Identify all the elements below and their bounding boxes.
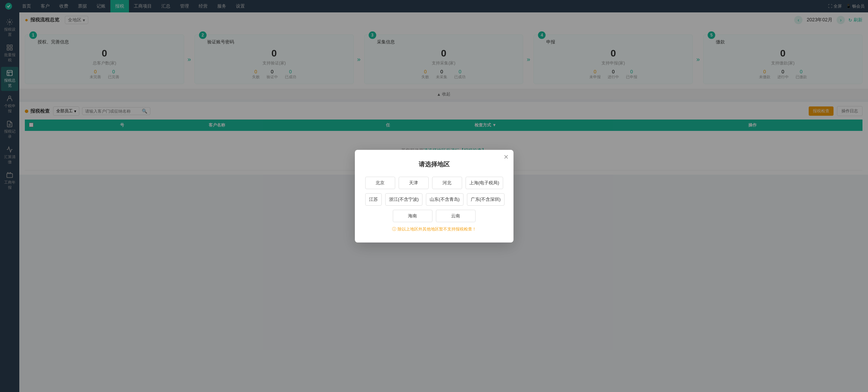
region-grid-row2: 江苏 浙江(不含宁波) 山东(不含青岛) 广东(不含深圳) xyxy=(365,193,503,206)
modal-warning: ⓘ 除以上地区外其他地区暂不支持报税检查！ xyxy=(365,226,503,232)
region-grid-row1: 北京 天津 河北 上海(电子税局) xyxy=(365,177,503,189)
region-grid-row3: 海南 云南 xyxy=(393,210,476,222)
region-btn-tianjin[interactable]: 天津 xyxy=(399,177,429,189)
region-btn-jiangsu[interactable]: 江苏 xyxy=(365,193,382,206)
region-btn-guangdong[interactable]: 广东(不含深圳) xyxy=(467,193,505,206)
region-btn-beijing[interactable]: 北京 xyxy=(365,177,395,189)
region-select-modal: ✕ 请选择地区 北京 天津 河北 上海(电子税局) 江苏 浙江(不含宁波) 山东… xyxy=(355,150,513,243)
region-btn-hebei[interactable]: 河北 xyxy=(432,177,462,189)
modal-title: 请选择地区 xyxy=(365,160,503,168)
region-btn-shandong[interactable]: 山东(不含青岛) xyxy=(426,193,463,206)
region-btn-zhejiang[interactable]: 浙江(不含宁波) xyxy=(385,193,423,206)
modal-close-btn[interactable]: ✕ xyxy=(503,154,509,160)
region-btn-hainan[interactable]: 海南 xyxy=(393,210,432,222)
warning-icon: ⓘ xyxy=(392,226,396,232)
modal-overlay[interactable]: ✕ 请选择地区 北京 天津 河北 上海(电子税局) 江苏 浙江(不含宁波) 山东… xyxy=(0,0,868,392)
region-btn-shanghai[interactable]: 上海(电子税局) xyxy=(466,177,503,189)
region-btn-yunnan[interactable]: 云南 xyxy=(436,210,476,222)
